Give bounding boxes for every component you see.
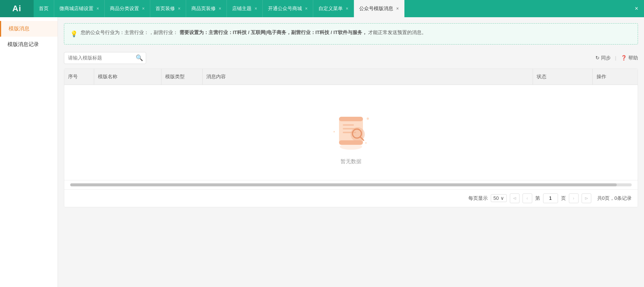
nav-tab[interactable]: 微商城店铺设置× — [54, 0, 105, 17]
th-status: 状态 — [533, 69, 593, 85]
table-header: 序号 模版名称 模版类型 消息内容 状态 操作 — [64, 69, 638, 85]
page-unit: 页 — [561, 195, 566, 202]
toolbar-right: ↻ 同步 | ❓ 帮助 — [595, 55, 638, 61]
svg-rect-2 — [339, 117, 363, 121]
content-area: 💡 您的公众号行业为：主营行业：，副营行业： 需要设置为：主营行业：IT科技 /… — [58, 17, 644, 287]
help-label: 帮助 — [628, 55, 638, 61]
close-tab-icon[interactable]: × — [396, 6, 399, 11]
last-page-button[interactable]: ⊳ — [582, 193, 591, 203]
close-tab-icon[interactable]: × — [305, 6, 308, 11]
total-info: 共0页，0条记录 — [597, 195, 632, 202]
th-type: 模版类型 — [161, 69, 203, 85]
close-tab-icon[interactable]: × — [96, 6, 99, 11]
next-page-button[interactable]: › — [569, 193, 579, 203]
nav-tab[interactable]: 公众号模版消息× — [354, 0, 404, 17]
page-size-value: 50 — [493, 195, 499, 201]
notice-icon: 💡 — [70, 29, 78, 39]
nav-tab[interactable]: 首页装修× — [150, 0, 186, 17]
sync-button[interactable]: ↻ 同步 — [595, 55, 611, 61]
nav-tab[interactable]: 店铺主题× — [227, 0, 263, 17]
nav-tab[interactable]: 商品页装修× — [186, 0, 227, 17]
search-button[interactable]: 🔍 — [136, 54, 143, 61]
help-button[interactable]: ❓ 帮助 — [621, 55, 638, 61]
svg-rect-4 — [343, 124, 354, 126]
top-nav: Ai 首页微商城店铺设置×商品分类设置×首页装修×商品页装修×店铺主题×开通公众… — [0, 0, 644, 17]
th-name: 模版名称 — [94, 69, 161, 85]
th-content: 消息内容 — [203, 69, 533, 85]
data-table: 序号 模版名称 模版类型 消息内容 状态 操作 — [64, 68, 638, 207]
notice-text: 您的公众号行业为：主营行业：，副营行业： 需要设置为：主营行业：IT科技 / 互… — [81, 29, 426, 37]
search-left: 🔍 — [64, 52, 146, 64]
svg-point-12 — [365, 142, 367, 144]
chevron-down-icon: ∨ — [500, 195, 504, 201]
main-layout: 模版消息模版消息记录 💡 您的公众号行业为：主营行业：，副营行业： 需要设置为：… — [0, 17, 644, 287]
nav-tab[interactable]: 自定义菜单× — [313, 0, 354, 17]
scroll-track[interactable] — [70, 183, 632, 186]
notice-text-after: 才能正常发送预置的消息。 — [368, 30, 426, 35]
sidebar-item[interactable]: 模版消息记录 — [0, 37, 58, 52]
sync-label: 同步 — [601, 55, 611, 61]
th-action: 操作 — [593, 69, 638, 85]
sync-icon: ↻ — [595, 55, 600, 61]
divider: | — [615, 55, 616, 61]
scroll-thumb[interactable] — [70, 183, 617, 186]
close-all-button[interactable]: × — [629, 0, 644, 17]
nav-tab-label: 开通公众号商城 — [268, 5, 302, 12]
svg-point-10 — [367, 117, 369, 120]
notice-text-before: 您的公众号行业为：主营行业：，副营行业： — [81, 30, 178, 35]
empty-text: 暂无数据 — [341, 158, 361, 165]
first-page-button[interactable]: ⊲ — [510, 193, 520, 203]
nav-tab-label: 商品页装修 — [191, 5, 216, 12]
empty-illustration — [329, 107, 373, 152]
search-input[interactable] — [64, 52, 146, 64]
pagination-bar: 每页显示 50 ∨ ⊲ ‹ 第 页 › ⊳ 共0页，0条记录 — [64, 189, 638, 207]
nav-tab-label: 首页 — [39, 5, 49, 12]
close-tab-icon[interactable]: × — [142, 6, 145, 11]
nav-tab[interactable]: 首页 — [34, 0, 54, 17]
nav-tab-label: 公众号模版消息 — [359, 5, 393, 12]
nav-tab-label: 商品分类设置 — [110, 5, 139, 12]
nav-tab-label: 首页装修 — [155, 5, 175, 12]
nav-tab-label: 店铺主题 — [232, 5, 252, 12]
page-size-label: 每页显示 — [468, 195, 488, 202]
sidebar-item[interactable]: 模版消息 — [0, 21, 58, 37]
th-seq: 序号 — [64, 69, 94, 85]
notice-box: 💡 您的公众号行业为：主营行业：，副营行业： 需要设置为：主营行业：IT科技 /… — [64, 23, 638, 45]
help-icon: ❓ — [621, 55, 627, 61]
search-input-wrap: 🔍 — [64, 52, 146, 64]
nav-tab-label: 微商城店铺设置 — [59, 5, 93, 12]
notice-highlight: 需要设置为：主营行业：IT科技 / 互联网|电子商务，副营行业：IT科技 / I… — [179, 30, 367, 35]
app-logo: Ai — [0, 0, 34, 17]
empty-state: 暂无数据 — [64, 85, 638, 180]
search-bar: 🔍 ↻ 同步 | ❓ 帮助 — [64, 52, 638, 64]
close-tab-icon[interactable]: × — [219, 6, 221, 11]
page-size-select[interactable]: 50 ∨ — [491, 194, 506, 202]
scrollbar-area — [64, 180, 638, 189]
close-tab-icon[interactable]: × — [178, 6, 181, 11]
nav-tab-label: 自定义菜单 — [318, 5, 343, 12]
sidebar: 模版消息模版消息记录 — [0, 17, 58, 287]
page-prefix: 第 — [535, 195, 540, 202]
nav-tab[interactable]: 商品分类设置× — [105, 0, 150, 17]
nav-tabs: 首页微商城店铺设置×商品分类设置×首页装修×商品页装修×店铺主题×开通公众号商城… — [34, 0, 629, 17]
nav-tab[interactable]: 开通公众号商城× — [263, 0, 313, 17]
prev-page-button[interactable]: ‹ — [523, 193, 532, 203]
svg-point-11 — [333, 131, 335, 132]
close-tab-icon[interactable]: × — [346, 6, 348, 11]
page-number-input[interactable] — [543, 193, 558, 203]
close-tab-icon[interactable]: × — [255, 6, 257, 11]
